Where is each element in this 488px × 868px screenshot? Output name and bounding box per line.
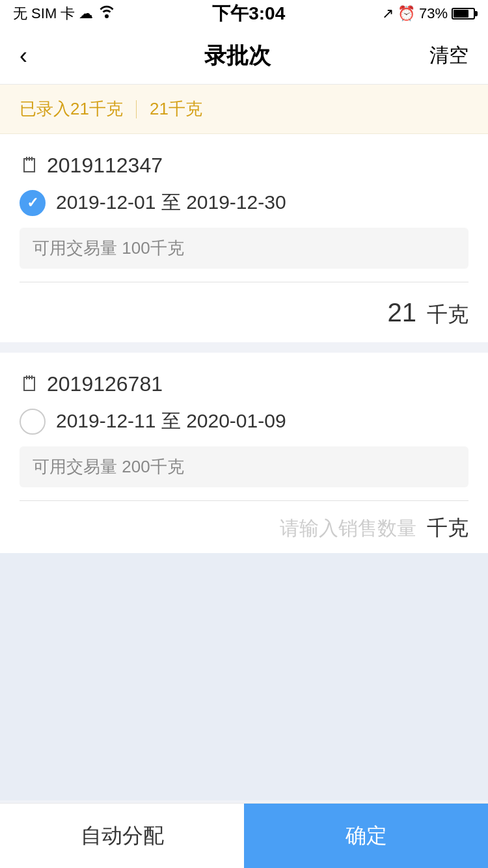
- batch2-placeholder[interactable]: 请输入销售数量: [280, 515, 416, 542]
- confirm-button[interactable]: 确定: [244, 804, 488, 868]
- batch2-unit: 千克: [427, 514, 468, 543]
- bottom-space: [0, 553, 488, 800]
- batch1-card: 🗒 2019112347 2019-12-01 至 2019-12-30 可用交…: [0, 134, 488, 342]
- batch1-row: 2019-12-01 至 2019-12-30: [20, 189, 468, 216]
- auto-distribute-button[interactable]: 自动分配: [0, 804, 244, 868]
- page-title: 录批次: [204, 41, 271, 71]
- alarm-icon: ⏰: [398, 5, 415, 22]
- status-left: 无 SIM 卡 ☁: [13, 4, 115, 23]
- location-icon: ↗: [382, 5, 394, 22]
- batch2-date: 2019-12-11 至 2020-01-09: [56, 408, 286, 435]
- batch1-underline: [20, 282, 468, 282]
- recorded-value: 21千克: [150, 98, 202, 120]
- batch2-id: 2019126781: [47, 372, 163, 396]
- batch2-underline: [20, 500, 468, 501]
- batch2-quantity-row: 请输入销售数量 千克: [20, 504, 468, 553]
- clear-button[interactable]: 清空: [416, 42, 468, 69]
- doc-icon: 🗒: [20, 154, 40, 178]
- info-banner: 已录入21千克 21千克: [0, 85, 488, 134]
- status-bar: 无 SIM 卡 ☁ 下午3:04 ↗ ⏰ 73%: [0, 0, 488, 27]
- batch1-quantity[interactable]: 21: [388, 298, 417, 327]
- battery-percent: 73%: [419, 5, 448, 22]
- sim-label: 无 SIM 卡 ☁: [13, 4, 93, 23]
- batch1-id: 2019112347: [47, 154, 163, 178]
- batch2-available: 可用交易量 200千克: [20, 446, 468, 487]
- batch1-available: 可用交易量 100千克: [20, 228, 468, 269]
- status-right: ↗ ⏰ 73%: [382, 5, 475, 22]
- batch2-header: 🗒 2019126781: [20, 372, 468, 396]
- recorded-info: 已录入21千克: [20, 98, 123, 120]
- batch1-radio[interactable]: [20, 190, 46, 216]
- nav-bar: ‹ 录批次 清空: [0, 27, 488, 85]
- batch1-date: 2019-12-01 至 2019-12-30: [56, 189, 286, 216]
- batch2-row: 2019-12-11 至 2020-01-09: [20, 408, 468, 435]
- doc-icon-2: 🗒: [20, 372, 40, 396]
- bottom-bar: 自动分配 确定: [0, 803, 488, 868]
- batch1-header: 🗒 2019112347: [20, 154, 468, 178]
- batch1-quantity-row: 21 千克: [20, 285, 468, 342]
- battery-icon: [452, 8, 475, 20]
- status-time: 下午3:04: [212, 1, 285, 26]
- batch2-radio[interactable]: [20, 409, 46, 435]
- wifi-icon: [98, 5, 115, 22]
- back-button[interactable]: ‹: [20, 42, 59, 70]
- batch1-unit: 千克: [427, 301, 468, 329]
- info-divider: [136, 100, 137, 118]
- batch2-card: 🗒 2019126781 2019-12-11 至 2020-01-09 可用交…: [0, 353, 488, 553]
- section-divider-1: [0, 342, 488, 353]
